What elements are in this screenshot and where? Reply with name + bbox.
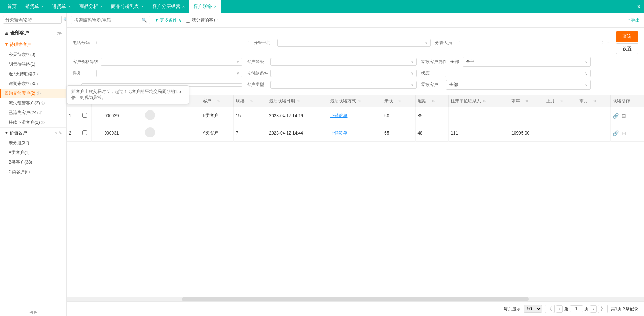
link-action-icon-1[interactable]: 🔗 [613, 113, 619, 119]
next-page-btn[interactable]: › [590, 305, 597, 313]
close-icon[interactable]: × [68, 4, 70, 9]
more-conditions-btn[interactable]: ▼ 更多条件 ∧ [154, 17, 181, 23]
nature-select[interactable]: ∨ [96, 70, 242, 77]
sort-icon9: ⇅ [483, 99, 486, 103]
nav-item-home[interactable]: 首页 [3, 0, 21, 13]
sidebar-group-waiting[interactable]: ▼ 待联络客户 [0, 39, 66, 50]
nav-item-analysis[interactable]: 商品分析 × [75, 0, 107, 13]
close-icon[interactable]: × [214, 4, 216, 9]
sidebar-item-class-b[interactable]: B类客户(33) [0, 157, 66, 167]
nav-label-customer-contact: 客户联络 [193, 3, 212, 10]
export-icon: ↑ [628, 18, 630, 23]
grid-action-icon-1[interactable]: ⊞ [622, 113, 626, 119]
th-contacts-label: 往来单位联系人 [451, 98, 481, 103]
retail-select[interactable]: 全部 ∨ [446, 80, 591, 90]
main-close-icon[interactable]: ✕ [636, 3, 641, 10]
sidebar-item-tomorrow[interactable]: 明天待联络(1) [0, 60, 66, 69]
phone-label: 电话号码 [73, 40, 94, 46]
sidebar-item-declining[interactable]: 持续下滑客户(2) ⓘ [0, 118, 66, 127]
scrollbar-thumb[interactable] [182, 297, 528, 301]
status-caret-icon: ∨ [585, 71, 588, 75]
nav-item-customer-contact[interactable]: 客户联络 × [189, 0, 221, 13]
sidebar-all-customers[interactable]: ⊞ 全部客户 ≫ [0, 27, 66, 39]
export-btn[interactable]: ↑ 导出 [628, 17, 640, 23]
pagination-bar: 每页显示 50 20 100 《 ‹ 第 页 › 》 共1页 2条记录 [67, 301, 644, 316]
link-action-icon-2[interactable]: 🔗 [613, 130, 619, 136]
table-area: ⚙ 客户编码 ⇅ 客户名称 ⇅ 客户... ⇅ [67, 95, 644, 297]
close-icon[interactable]: × [182, 4, 185, 9]
th-last-month: 上月... ⇅ [544, 95, 577, 107]
edit-icon[interactable]: ✎ [59, 131, 62, 136]
close-icon[interactable]: × [41, 4, 43, 9]
retail-attr-label: 零散客户属性 [421, 59, 447, 65]
sidebar-search-input[interactable] [3, 16, 62, 24]
close-icon[interactable]: × [141, 4, 143, 9]
nav-item-sales[interactable]: 销货单 × [21, 0, 48, 13]
horizontal-scrollbar[interactable] [67, 297, 644, 301]
per-page-select[interactable]: 50 20 100 [524, 305, 542, 313]
type-caret-icon: ∨ [411, 83, 413, 87]
retail-attr-select[interactable]: 全部 ∨ [463, 57, 591, 67]
last-method-link-1[interactable]: 下销货单 [330, 113, 347, 118]
price-grade-caret-icon: ∨ [237, 60, 239, 64]
filter-cell-customer-grade: 客户等级 ∨ [247, 58, 417, 66]
page-number-input[interactable] [570, 305, 583, 312]
td-overdue-2: 48 [415, 124, 448, 142]
prev-page-btn[interactable]: ‹ [556, 305, 562, 313]
sidebar-item-class-c[interactable]: C类客户(6) [0, 167, 66, 177]
sidebar-item-class-a[interactable]: A类客户(1) [0, 148, 66, 157]
repurchase-anomaly-label: 回购异常客户(2) [4, 90, 36, 96]
filter-search-input[interactable] [74, 18, 140, 23]
td-idx-2: 2 [67, 124, 80, 142]
th-action-label: 联络动作 [613, 98, 630, 103]
sidebar-item-today[interactable]: 今天待联络(0) [0, 50, 66, 60]
dept-select[interactable]: ∨ [277, 39, 430, 47]
left-arrow-icon[interactable]: ◀ [29, 310, 33, 315]
price-grade-select[interactable]: ∨ [101, 58, 242, 66]
sort-icon5: ⇅ [297, 99, 300, 103]
filter-cell-status: 状态 ∨ [421, 70, 591, 77]
nav-item-customer-tier[interactable]: 客户分层经营 × [148, 0, 189, 13]
td-name-1 [143, 107, 200, 124]
sidebar-search-icon[interactable]: 🔍 [63, 17, 67, 22]
phone-input[interactable] [96, 41, 249, 44]
type-select[interactable]: ∨ [270, 81, 417, 89]
my-customers-checkbox[interactable] [186, 18, 190, 23]
circle-icon[interactable]: ○ [55, 131, 57, 136]
last-page-btn[interactable]: 》 [598, 305, 608, 313]
person-input[interactable] [459, 41, 603, 44]
last-method-link-2[interactable]: 下销货单 [330, 130, 347, 135]
row-checkbox-1[interactable] [82, 113, 87, 118]
sort-icon3: ⇅ [217, 99, 220, 103]
declining-label: 持续下滑客户(2) [9, 119, 40, 126]
main-layout: 🔍 ⊞ 全部客户 ≫ ▼ 待联络客户 今天待联络(0) 明天待联络(1) 近7天… [0, 13, 644, 316]
settings-button[interactable]: 设置 [616, 43, 638, 54]
filter-cell-person: 分管人员 ··· [435, 40, 612, 46]
first-page-btn[interactable]: 《 [545, 305, 555, 313]
tooltip-more-icon[interactable]: ··· [109, 95, 113, 100]
sidebar-item-lost[interactable]: 已流失客户(24) ⓘ [0, 108, 66, 118]
status-select[interactable]: ∨ [445, 70, 591, 77]
nav-item-purchase[interactable]: 进货单 × [48, 0, 75, 13]
customer-grade-select[interactable]: ∨ [270, 58, 417, 66]
right-arrow-icon[interactable]: ▶ [34, 310, 37, 315]
sidebar-group-value[interactable]: ▼ 价值客户 ○ ✎ [0, 127, 66, 138]
sidebar-item-repurchase-anomaly[interactable]: 回购异常客户(2) ⓘ [0, 89, 66, 98]
collapse-icon[interactable]: ≫ [57, 30, 62, 36]
person-dots-icon[interactable]: ··· [605, 40, 612, 45]
dept-label: 分管部门 [254, 40, 275, 46]
row-checkbox-2[interactable] [82, 130, 87, 135]
grid-action-icon-2[interactable]: ⊞ [622, 130, 626, 136]
query-button[interactable]: 查询 [616, 31, 638, 42]
payment-select[interactable]: ∨ [270, 70, 417, 77]
sidebar-item-7days[interactable]: 近7天待联络(0) [0, 69, 66, 79]
my-customers-wrap: 我分管的客户 [186, 17, 218, 23]
nav-label-purchase: 进货单 [52, 3, 66, 10]
nav-item-analysis-list[interactable]: 商品分析列表 × [107, 0, 148, 13]
class-a-label: A类客户(1) [9, 150, 30, 156]
sidebar-item-overdue[interactable]: 逾期未联络(30) [0, 79, 66, 89]
retail-attr-value: 全部 [450, 59, 459, 65]
sidebar-item-loss-warning[interactable]: 流失预警客户(3) ⓘ [0, 98, 66, 108]
sidebar-item-ungroup[interactable]: 未分组(32) [0, 138, 66, 148]
close-icon[interactable]: × [100, 4, 102, 9]
